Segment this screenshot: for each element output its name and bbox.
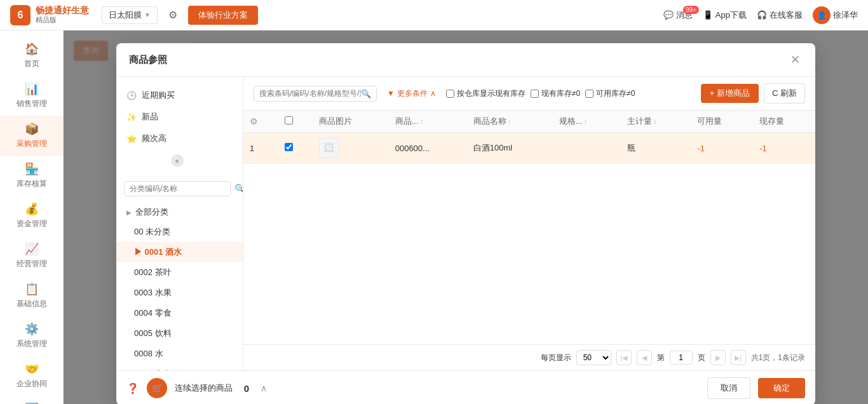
category-drink[interactable]: 0005 饮料 xyxy=(116,323,243,344)
logo-sub: 精品版 xyxy=(36,15,89,25)
cell-stock: -1 xyxy=(753,133,815,164)
online-service-item[interactable]: 🎧 在线客服 xyxy=(757,10,803,21)
cell-available: -1 xyxy=(691,133,753,164)
category-fruit[interactable]: 0003 水果 xyxy=(116,283,243,303)
col-checkbox xyxy=(278,111,313,133)
sales-icon: 📊 xyxy=(25,82,39,96)
table-header-row: ⚙ 商品图片 商品... 商品名称 规格... xyxy=(243,111,815,133)
cell-checkbox[interactable] xyxy=(278,133,313,164)
recent-label: 近期购买 xyxy=(142,90,175,101)
category-uncategorized[interactable]: 00 未分类 xyxy=(116,222,243,242)
sidebar-item-inventory[interactable]: 🏪 库存核算 xyxy=(0,156,63,196)
new-icon: ✨ xyxy=(126,112,137,122)
col-spec[interactable]: 规格... xyxy=(553,111,621,133)
page-number-input[interactable] xyxy=(670,351,693,365)
column-settings-icon[interactable]: ⚙ xyxy=(250,116,258,126)
sidebar-purchase-label: 采购管理 xyxy=(17,138,47,149)
row-checkbox[interactable] xyxy=(285,143,293,151)
first-page-button[interactable]: |◀ xyxy=(616,350,632,365)
category-section: ▶ 全部分类 00 未分类 ▶ 0001 酒水 0002 茶叶 0003 水果 … xyxy=(116,200,243,370)
prev-page-button[interactable]: ◀ xyxy=(637,350,652,365)
category-snack[interactable]: 0004 零食 xyxy=(116,303,243,323)
help-icon[interactable]: ❓ xyxy=(126,382,139,394)
avail-ne-checkbox-group[interactable]: 可用库存≠0 xyxy=(585,88,635,99)
modal-close-button[interactable]: ✕ xyxy=(787,52,803,67)
product-search-bar: 🔍 xyxy=(254,86,377,102)
left-nav-frequent[interactable]: ⭐ 频次高 xyxy=(119,128,240,149)
notification-badge: 99+ xyxy=(683,6,699,14)
sidebar-enterprise-label: 企业协同 xyxy=(17,379,47,389)
sidebar-item-system[interactable]: ⚙️ 系统管理 xyxy=(0,316,63,356)
stock-ne-checkbox-group[interactable]: 现有库存≠0 xyxy=(531,88,580,99)
username-label: 徐泽华 xyxy=(833,10,858,21)
app-download-item[interactable]: 📱 App下载 xyxy=(703,10,747,21)
online-service-label: 在线客服 xyxy=(770,10,803,21)
stock-ne-checkbox[interactable] xyxy=(531,90,539,98)
add-product-button[interactable]: + 新增商品 xyxy=(701,84,759,103)
modal-right-panel: 🔍 ▼ 更多条件 ∧ 按仓库显示现有库存 xyxy=(243,77,815,370)
collapse-panel-button[interactable]: « xyxy=(171,154,184,167)
logo-icon: 6 xyxy=(10,5,31,25)
pagination-bar: 每页显示 50 100 200 |◀ ◀ 第 页 ▶ xyxy=(243,344,815,370)
new-label: 新品 xyxy=(142,111,158,123)
cart-button[interactable]: 🛒 xyxy=(147,378,167,398)
nav-selector-arrow-icon: ▼ xyxy=(144,11,151,18)
page-label: 第 xyxy=(657,353,665,363)
modal-header: 商品参照 ✕ xyxy=(116,43,815,77)
next-page-button[interactable]: ▶ xyxy=(710,350,726,365)
trial-button[interactable]: 体验行业方案 xyxy=(188,6,258,25)
operations-icon: 📈 xyxy=(25,242,39,256)
warehouse-display-checkbox[interactable] xyxy=(446,90,454,98)
sidebar-item-basic[interactable]: 📋 基础信息 xyxy=(0,276,63,316)
star-icon: ⭐ xyxy=(126,134,137,144)
warehouse-display-checkbox-group[interactable]: 按仓库显示现有库存 xyxy=(446,88,526,99)
user-avatar: 👤 xyxy=(813,6,831,24)
cell-name: 白酒100ml xyxy=(467,133,553,164)
product-search-icon[interactable]: 🔍 xyxy=(361,89,371,98)
filter-button[interactable]: ▼ 更多条件 ∧ xyxy=(382,86,441,102)
cell-code: 000600... xyxy=(389,133,467,164)
last-page-button[interactable]: ▶| xyxy=(731,350,746,365)
category-tea[interactable]: 0002 茶叶 xyxy=(116,262,243,283)
left-nav-recent[interactable]: 🕒 近期购买 xyxy=(119,85,240,105)
table-row[interactable]: 1 🖼 000600... 白酒100ml xyxy=(243,133,815,164)
inventory-icon: 🏪 xyxy=(25,162,39,176)
modal-footer: ❓ 🛒 连续选择的商品 0 ∧ 取消 确定 xyxy=(116,370,815,404)
user-profile-item[interactable]: 👤 徐泽华 xyxy=(813,6,858,24)
notification-item[interactable]: 💬 消息 99+ xyxy=(663,10,693,21)
all-categories-header[interactable]: ▶ 全部分类 xyxy=(116,203,243,222)
category-search-input[interactable] xyxy=(124,181,231,196)
refresh-button[interactable]: C 刷新 xyxy=(764,83,805,104)
sidebar-item-guide[interactable]: 🆕 新手引导 xyxy=(0,396,63,404)
footer-collapse-icon[interactable]: ∧ xyxy=(261,383,267,393)
col-code[interactable]: 商品... xyxy=(389,111,467,133)
sidebar-item-operations[interactable]: 📈 经营管理 xyxy=(0,236,63,276)
product-search-input[interactable] xyxy=(259,89,361,98)
settings-button[interactable]: ⚙ xyxy=(163,5,183,25)
sidebar-finance-label: 资金管理 xyxy=(17,219,47,229)
product-table: ⚙ 商品图片 商品... 商品名称 规格... xyxy=(243,111,815,164)
modal-toolbar: 🔍 ▼ 更多条件 ∧ 按仓库显示现有库存 xyxy=(243,77,815,111)
nav-selector[interactable]: 日太阳膜 ▼ xyxy=(102,6,158,24)
col-unit[interactable]: 主计量 xyxy=(621,111,691,133)
sidebar-item-finance[interactable]: 💰 资金管理 xyxy=(0,196,63,236)
sidebar-item-purchase[interactable]: 📦 采购管理 xyxy=(0,116,63,156)
left-nav-new[interactable]: ✨ 新品 xyxy=(119,107,240,127)
category-liquor[interactable]: ▶ 0001 酒水 xyxy=(116,242,243,262)
category-water[interactable]: 0008 水 xyxy=(116,344,243,364)
col-name[interactable]: 商品名称 xyxy=(467,111,553,133)
cancel-button[interactable]: 取消 xyxy=(707,377,750,399)
category-search-icon[interactable]: 🔍 xyxy=(234,184,243,194)
avail-ne-checkbox[interactable] xyxy=(585,90,593,98)
sidebar-item-sales[interactable]: 📊 销售管理 xyxy=(0,76,63,116)
sidebar-item-enterprise[interactable]: 🤝 企业协同 xyxy=(0,356,63,396)
product-thumbnail: 🖼 xyxy=(319,138,339,158)
confirm-button[interactable]: 确定 xyxy=(758,378,805,398)
sidebar-item-home[interactable]: 🏠 首页 xyxy=(0,36,63,76)
per-page-select[interactable]: 50 100 200 xyxy=(576,350,611,365)
expand-arrow-icon: ▶ xyxy=(126,209,132,216)
col-settings: ⚙ xyxy=(243,111,278,133)
cell-no: 1 xyxy=(243,133,278,164)
category-appliance[interactable]: 0010 家电 xyxy=(116,364,243,370)
select-all-checkbox[interactable] xyxy=(285,116,293,125)
